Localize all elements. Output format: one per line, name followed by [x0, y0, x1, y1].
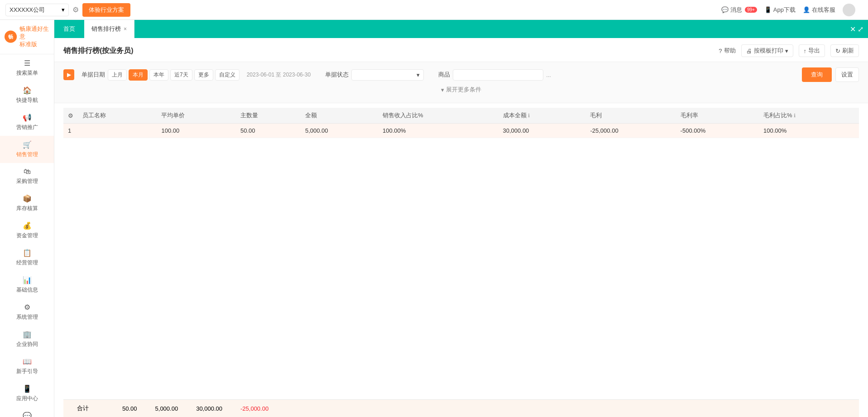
footer-label: 合计: [77, 404, 104, 412]
service-icon: 👤: [803, 6, 810, 13]
online-service-button[interactable]: 👤 在线客服: [803, 6, 835, 14]
tab-sales-ranking[interactable]: 销售排行榜 ×: [84, 20, 134, 38]
sidebar-logo: 畅 畅康通好生意 标准版: [0, 20, 54, 54]
sidebar-label-marketing: 营销推广: [16, 124, 38, 131]
th-sales-ratio: 销售收入占比%: [378, 108, 499, 124]
trial-button[interactable]: 体验行业方案: [82, 3, 130, 17]
tab-bar: 首页 销售排行榜 × ✕ ⤢: [54, 20, 868, 38]
cart-icon: 🛒: [23, 140, 32, 149]
tab-close-window-icon[interactable]: ✕: [850, 25, 856, 34]
filter-toggle-button[interactable]: ▶: [63, 69, 74, 80]
print-label: 按模板打印: [754, 47, 783, 55]
sidebar-item-app-center[interactable]: 📱 应用中心: [0, 380, 54, 407]
sidebar-label-enterprise: 企业协同: [16, 340, 38, 348]
sidebar-label-sales: 销售管理: [16, 151, 38, 158]
sidebar-item-quick-nav[interactable]: 🏠 快捷导航: [0, 81, 54, 109]
sidebar-item-search-order[interactable]: ☰ 搜索菜单: [0, 54, 54, 81]
expand-label: 展开更多条件: [446, 86, 481, 94]
box-icon: 📦: [23, 194, 32, 203]
sidebar-item-marketing[interactable]: 📢 营销推广: [0, 109, 54, 136]
avatar[interactable]: [843, 4, 855, 16]
sidebar-label-purchase: 采购管理: [16, 177, 38, 185]
sidebar-item-sales[interactable]: 🛒 销售管理: [0, 136, 54, 163]
footer-cost: 30,000.00: [196, 405, 222, 412]
date-btn-7days[interactable]: 近7天: [170, 69, 192, 81]
cell-employee: [78, 124, 157, 138]
expand-more-conditions[interactable]: ▾ 展开更多条件: [63, 82, 859, 97]
th-qty: 主数量: [236, 108, 301, 124]
finance-icon: 💰: [23, 221, 32, 230]
sidebar-item-enterprise-collab[interactable]: 🏢 企业协同: [0, 326, 54, 353]
sidebar-item-finance[interactable]: 💰 资金管理: [0, 217, 54, 244]
refresh-label: 刷新: [842, 47, 854, 55]
sidebar-item-base-info[interactable]: 📊 基础信息: [0, 271, 54, 298]
message-badge: 99+: [745, 7, 757, 13]
base-info-icon: 📊: [23, 276, 32, 284]
tab-home[interactable]: 首页: [54, 20, 84, 38]
filter-area: ▶ 单据日期 上月 本月 本年 近7天 更多 自定义 2023-06: [54, 62, 868, 103]
goods-input[interactable]: [453, 69, 543, 81]
app-download-button[interactable]: 📱 App下载: [764, 6, 796, 14]
sidebar-item-inventory[interactable]: 📦 库存核算: [0, 190, 54, 217]
gross-ratio-help-icon[interactable]: ℹ: [794, 113, 796, 118]
sidebar-item-purchase[interactable]: 🛍 采购管理: [0, 163, 54, 190]
logo-text: 畅康通好生意 标准版: [19, 25, 49, 48]
main-layout: 畅 畅康通好生意 标准版 ☰ 搜索菜单 🏠 快捷导航 📢 营销推广 🛒 销售管理…: [0, 20, 868, 417]
more-options-icon[interactable]: ...: [546, 72, 551, 78]
expand-chevron-icon: ▾: [441, 86, 444, 93]
date-filter-label: 单据日期: [82, 71, 105, 79]
sidebar-label-inventory: 库存核算: [16, 205, 38, 212]
print-icon: 🖨: [746, 48, 752, 54]
cell-avg-price: 100.00: [157, 124, 235, 138]
sidebar: 畅 畅康通好生意 标准版 ☰ 搜索菜单 🏠 快捷导航 📢 营销推广 🛒 销售管理…: [0, 20, 54, 417]
company-selector[interactable]: XXXXXX公司 ▾: [5, 4, 69, 16]
status-select[interactable]: ▾: [351, 69, 424, 81]
date-btn-custom[interactable]: 自定义: [215, 69, 240, 81]
enterprise-icon: 🏢: [23, 330, 32, 339]
cell-gross: -25,000.00: [585, 124, 676, 138]
date-btn-last-month[interactable]: 上月: [108, 69, 127, 81]
date-filter: 单据日期 上月 本月 本年 近7天 更多 自定义: [82, 69, 240, 81]
home-icon: 🏠: [23, 86, 32, 95]
top-bar-right: 💬 消息 99+ 📱 App下载 👤 在线客服: [721, 4, 863, 16]
sidebar-item-operation[interactable]: 📋 经营管理: [0, 244, 54, 271]
sidebar-label-appcenter: 应用中心: [16, 395, 38, 403]
settings-button[interactable]: 设置: [835, 67, 859, 82]
table-body: 1 100.00 50.00 5,000.00 100.00% 30,000.0…: [63, 124, 859, 138]
logo-line1: 畅康通好生意: [19, 25, 49, 41]
th-employee: 员工名称: [78, 108, 157, 124]
help-button[interactable]: ? 帮助: [719, 47, 735, 55]
sidebar-item-wechat[interactable]: 💬 企业微信: [0, 407, 54, 417]
system-icon: ⚙: [24, 303, 30, 312]
wechat-icon: 💬: [23, 412, 32, 417]
chevron-down-icon: ▾: [62, 6, 65, 13]
status-filter: 单据状态 ▾: [325, 69, 424, 81]
settings-icon[interactable]: ⚙: [72, 5, 79, 14]
refresh-button[interactable]: ↻ 刷新: [830, 44, 859, 57]
query-button[interactable]: 查询: [802, 67, 832, 82]
sidebar-label-base: 基础信息: [16, 286, 38, 294]
tab-maximize-icon[interactable]: ⤢: [858, 25, 863, 34]
cost-help-icon[interactable]: ℹ: [528, 113, 530, 118]
app-icon: 📱: [764, 6, 772, 13]
th-gross-ratio: 毛利占比% ℹ: [759, 108, 859, 124]
cell-rank: 1: [63, 124, 78, 138]
search-icon: ☰: [24, 59, 30, 67]
column-settings-icon[interactable]: ⚙: [68, 112, 73, 119]
th-gross: 毛利: [585, 108, 676, 124]
sidebar-item-newbie[interactable]: 📖 新手引导: [0, 353, 54, 380]
date-btn-this-year[interactable]: 本年: [149, 69, 168, 81]
page-header: 销售排行榜(按业务员) ? 帮助 🖨 按模板打印 ▾ ↑ 导出: [54, 38, 868, 62]
print-button[interactable]: 🖨 按模板打印 ▾: [741, 44, 793, 57]
export-button[interactable]: ↑ 导出: [799, 44, 825, 57]
tab-close-icon[interactable]: ×: [124, 26, 127, 32]
date-btn-this-month[interactable]: 本月: [129, 69, 148, 81]
sidebar-item-system[interactable]: ⚙ 系统管理: [0, 298, 54, 326]
date-btn-more[interactable]: 更多: [194, 69, 213, 81]
footer-qty: 50.00: [122, 405, 137, 412]
message-button[interactable]: 💬 消息 99+: [721, 6, 757, 14]
export-label: 导出: [808, 47, 820, 55]
cell-amount: 5,000.00: [301, 124, 378, 138]
footer-totals: 合计 50.00 5,000.00 30,000.00 -25,000.00: [63, 399, 859, 417]
page-title: 销售排行榜(按业务员): [63, 46, 134, 56]
